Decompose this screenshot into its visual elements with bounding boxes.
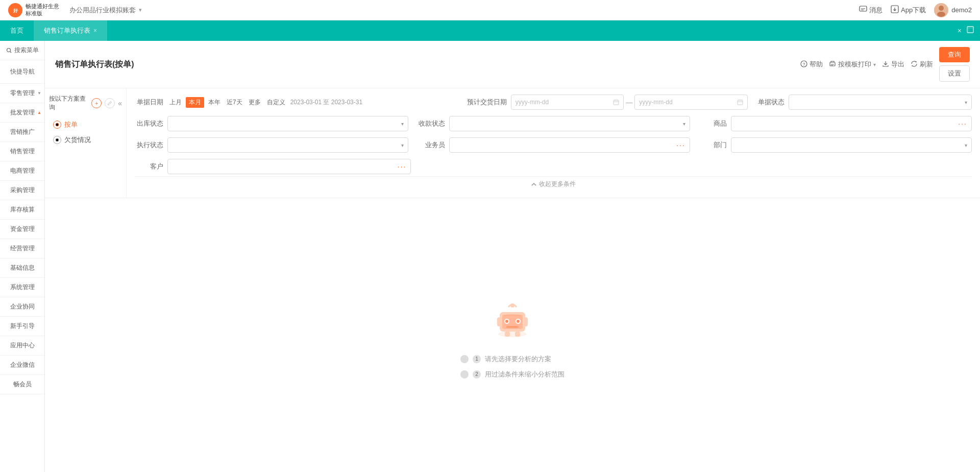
sidebar-marketing-label: 营销推广	[10, 128, 35, 136]
svg-point-5	[937, 12, 945, 17]
template-print-button[interactable]: 按模板打印 ▾	[829, 60, 876, 69]
doc-status-arrow-icon: ▾	[965, 100, 967, 105]
sidebar-item-purchase[interactable]: 采购管理	[0, 181, 44, 200]
filter-row-4: 客户 ···	[135, 159, 972, 174]
page-title: 销售订单执行表(按单)	[55, 59, 134, 70]
date-last7-btn[interactable]: 近7天	[225, 97, 244, 108]
exec-status-arrow-icon: ▾	[401, 143, 404, 148]
add-plan-button[interactable]: +	[91, 98, 102, 108]
customer-dots-button[interactable]: ···	[398, 162, 407, 171]
date-prev-month-btn[interactable]: 上月	[167, 97, 184, 108]
sidebar-section-marketing: 营销推广	[0, 123, 44, 142]
sidebar-item-wechat[interactable]: 企业微信	[0, 356, 44, 374]
settings-button[interactable]: 设置	[939, 65, 970, 82]
sidebar-item-retail[interactable]: 零售管理	[0, 84, 44, 103]
out-status-select[interactable]: ▾	[167, 116, 408, 131]
plan-label-shortage: 欠货情况	[64, 135, 91, 145]
expected-date-start-text: yyyy-mm-dd	[516, 99, 549, 106]
edit-plan-button[interactable]	[105, 98, 115, 108]
plan-item-by-order[interactable]: 按单	[49, 117, 122, 132]
sidebar-item-marketing[interactable]: 营销推广	[0, 123, 44, 141]
date-custom-btn[interactable]: 自定义	[265, 97, 287, 108]
sidebar-section-retail: 零售管理	[0, 84, 44, 103]
svg-point-27	[510, 303, 514, 308]
sidebar-section-apps: 应用中心	[0, 336, 44, 356]
sidebar-section-sales: 销售管理	[0, 142, 44, 161]
filter-sidebar: 按以下方案查询 + « 按单	[45, 88, 127, 198]
customer-input[interactable]: ···	[167, 159, 411, 174]
sidebar-item-finance[interactable]: 资金管理	[0, 220, 44, 239]
query-button[interactable]: 查询	[939, 47, 970, 62]
sidebar-sales-label: 销售管理	[10, 147, 35, 156]
sidebar-quick-nav-label[interactable]: 快捷导航	[0, 63, 44, 80]
date-this-month-btn[interactable]: 本月	[186, 97, 204, 108]
message-button[interactable]: 消息	[859, 5, 883, 15]
filter-sidebar-title: 按以下方案查询	[49, 95, 91, 112]
help-button[interactable]: ? 帮助	[800, 60, 823, 69]
sidebar-item-member[interactable]: 畅会员	[0, 375, 44, 394]
tab-close-icon[interactable]: ×	[93, 27, 97, 34]
sidebar-item-apps[interactable]: 应用中心	[0, 336, 44, 355]
date-more-btn[interactable]: 更多	[247, 97, 263, 108]
doc-status-select[interactable]: ▾	[789, 95, 972, 110]
user-profile[interactable]: demo2	[934, 3, 972, 17]
expected-date-end-text: yyyy-mm-dd	[639, 99, 672, 106]
sidebar-apps-label: 应用中心	[10, 341, 35, 350]
sidebar-item-wholesale[interactable]: 批发管理	[0, 103, 44, 122]
sidebar-search[interactable]: 搜索菜单	[0, 41, 44, 60]
date-quick-btns: 上月 本月 本年 近7天 更多 自定义	[167, 97, 287, 108]
sidebar-section-base: 基础信息	[0, 258, 44, 278]
sidebar-section-member: 畅会员	[0, 375, 44, 394]
empty-state: 1 请先选择要分析的方案 2 用过滤条件来缩小分析范围	[45, 198, 980, 472]
export-button[interactable]: 导出	[882, 60, 904, 69]
sidebar-item-system[interactable]: 系统管理	[0, 278, 44, 297]
svg-point-12	[56, 138, 59, 141]
sidebar-item-enterprise[interactable]: 企业协同	[0, 297, 44, 316]
tab-home[interactable]: 首页	[0, 20, 34, 41]
salesperson-dots-button[interactable]: ···	[676, 141, 685, 149]
svg-point-4	[939, 6, 944, 11]
app-download-button[interactable]: App下载	[891, 5, 926, 15]
empty-tip-2-text: 用过滤条件来缩小分析范围	[485, 368, 565, 381]
logo-area: 好 畅捷通好生意 标准版	[8, 3, 59, 17]
sidebar-item-inventory[interactable]: 库存核算	[0, 200, 44, 219]
tab-sales-order-label: 销售订单执行表	[44, 26, 90, 35]
collect-status-select[interactable]: ▾	[449, 116, 690, 131]
salesperson-input[interactable]: ···	[449, 137, 690, 153]
svg-text:?: ?	[802, 62, 805, 67]
collapse-more-label: 收起更多条件	[138, 180, 969, 188]
sidebar-enterprise-label: 企业协同	[10, 302, 35, 311]
sidebar-item-operations[interactable]: 经营管理	[0, 239, 44, 258]
exec-status-select[interactable]: ▾	[167, 137, 408, 153]
tab-sales-order[interactable]: 销售订单执行表 ×	[34, 20, 107, 41]
plan-item-shortage[interactable]: 欠货情况	[49, 132, 122, 148]
expected-date-end[interactable]: yyyy-mm-dd	[634, 95, 748, 110]
teal-tabbar: 首页 销售订单执行表 × ×	[0, 20, 980, 41]
date-this-year-btn[interactable]: 本年	[206, 97, 223, 108]
goods-input[interactable]: ···	[731, 116, 972, 131]
tab-close-window-icon[interactable]: ×	[958, 27, 962, 35]
expected-date-start[interactable]: yyyy-mm-dd	[511, 95, 624, 110]
sidebar-item-ecommerce[interactable]: 电商管理	[0, 161, 44, 180]
svg-rect-26	[515, 332, 520, 337]
salesperson-label: 业务员	[416, 140, 445, 150]
tab-maximize-icon[interactable]	[967, 26, 974, 35]
refresh-button[interactable]: 刷新	[911, 60, 933, 69]
dept-select[interactable]: ▾	[731, 137, 972, 153]
content-area: 销售订单执行表(按单) ? 帮助 按模板打印 ▾	[45, 41, 980, 472]
collapse-more-button[interactable]: 收起更多条件	[135, 176, 972, 192]
breadcrumb[interactable]: 办公用品行业模拟账套 ▾	[69, 6, 142, 15]
sidebar-item-sales[interactable]: 销售管理	[0, 142, 44, 161]
sidebar-member-label: 畅会员	[13, 380, 32, 389]
empty-icon	[487, 289, 538, 340]
sidebar-item-guide[interactable]: 新手引导	[0, 317, 44, 336]
sidebar-item-base[interactable]: 基础信息	[0, 258, 44, 277]
goods-dots-button[interactable]: ···	[958, 120, 967, 128]
sidebar-system-label: 系统管理	[10, 283, 35, 292]
sidebar-section-ecommerce: 电商管理	[0, 161, 44, 181]
sidebar-quick-nav[interactable]: 快捷导航	[0, 60, 44, 84]
sidebar-search-label: 搜索菜单	[14, 46, 39, 55]
breadcrumb-arrow-icon: ▾	[139, 7, 142, 13]
collapse-plan-button[interactable]: «	[118, 99, 122, 107]
avatar	[934, 3, 948, 17]
